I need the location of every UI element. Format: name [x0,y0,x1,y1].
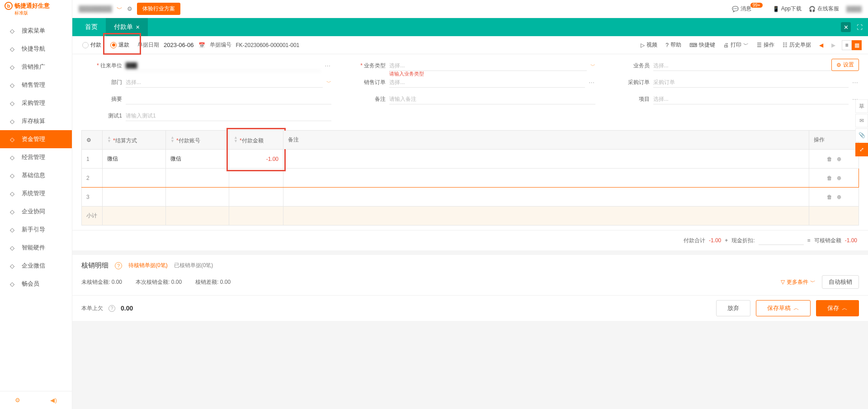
delete-row-icon[interactable]: 🗑 [827,194,832,200]
discard-button[interactable]: 放弃 [716,300,750,316]
tab-home[interactable]: 首页 [77,18,106,36]
sidebar-item-system[interactable]: ◇系统管理 [0,184,72,202]
cell-account[interactable] [166,188,229,207]
col-remark[interactable]: 备注 [283,131,809,150]
radio-refund[interactable]: 退款 [107,39,133,51]
cell-settle[interactable] [103,188,166,207]
rail-inbox[interactable]: ✉ [855,114,868,127]
print-button[interactable]: 🖨打印﹀ [722,41,750,49]
table-row[interactable]: 2🗑⊕ [82,169,859,188]
sidebar-item-guide[interactable]: ◇新手引导 [0,221,72,239]
summary-input[interactable] [126,94,331,104]
cell-remark[interactable] [283,150,809,169]
settings-icon[interactable]: ⚙ [15,397,20,404]
fullscreen-icon[interactable]: ⛶ [854,22,864,32]
sidebar-item-wechat[interactable]: ◇企业微信 [0,257,72,275]
sidebar-item-collab[interactable]: ◇企业协同 [0,202,72,221]
sidebar-item-tag[interactable]: ◇销售管理 [0,76,72,94]
sidebar-item-warehouse[interactable]: ◇库存核算 [0,112,72,130]
org-name-blurred: ████████ [79,5,112,12]
delete-row-icon[interactable]: 🗑 [827,156,832,162]
help-icon[interactable]: ? [115,262,122,269]
cell-amount[interactable] [229,188,283,207]
cell-settle[interactable] [103,169,166,188]
project-input[interactable] [653,94,849,104]
org-dropdown-caret[interactable]: ﹀ [117,5,123,13]
purchaseorder-input[interactable] [653,77,849,88]
cell-settle[interactable]: 微信 [103,150,166,169]
dept-input[interactable] [126,77,323,88]
chevron-down-icon[interactable]: ﹀ [326,79,331,86]
view-form[interactable]: ▦ [852,40,862,50]
cell-amount[interactable]: -1.00 [229,150,283,169]
auto-writeoff-button[interactable]: 自动核销 [822,275,859,289]
save-draft-button[interactable]: 保存草稿︿ [756,300,811,316]
sidebar-item-search[interactable]: ◇搜索菜单 [0,22,72,40]
writeoff-tab-pending[interactable]: 待核销单据(0笔) [128,262,168,269]
save-button[interactable]: 保存︿ [816,300,859,316]
add-row-icon[interactable]: ⊕ [837,175,841,181]
col-account[interactable]: ▲▼*付款账号 [166,131,229,150]
test1-input[interactable] [126,111,331,121]
messages-link[interactable]: 💬消息99+ [732,5,765,13]
partner-input[interactable] [126,61,321,71]
sidebar-item-database[interactable]: ◇基础信息 [0,166,72,184]
col-config[interactable]: ⚙ [82,131,103,150]
rail-draft[interactable]: 草 [855,99,868,113]
more-conditions-link[interactable]: ▽更多条件﹀ [781,278,816,286]
more-icon[interactable]: ⋯ [852,79,859,86]
add-row-icon[interactable]: ⊕ [837,194,841,200]
collapse-icon[interactable]: ◀) [50,397,57,404]
sidebar-item-home[interactable]: ◇快捷导航 [0,40,72,58]
history-button[interactable]: ☷历史单据 [781,41,813,49]
cart-icon: ◇ [8,99,16,107]
operate-button[interactable]: ☰操作 [755,41,776,49]
shortcut-button[interactable]: ⌨快捷键 [688,41,717,49]
help-button[interactable]: ?帮助 [664,41,683,49]
tab-close-icon[interactable]: ✕ [136,24,140,30]
col-amount[interactable]: ▲▼*付款金额 [229,131,283,150]
tab-close-all[interactable]: ✕ [841,22,851,32]
chevron-down-icon[interactable]: ﹀ [590,62,595,69]
sidebar-item-megaphone[interactable]: ◇营销推广 [0,58,72,76]
sidebar-item-hardware[interactable]: ◇智能硬件 [0,239,72,257]
table-row[interactable]: 1微信微信-1.00🗑⊕ [82,150,859,169]
col-settle[interactable]: ▲▼*结算方式 [103,131,166,150]
delete-row-icon[interactable]: 🗑 [827,175,832,181]
more-icon[interactable]: ⋯ [325,62,331,69]
biztype-input[interactable] [389,61,586,71]
view-list[interactable]: ≡ [842,40,852,50]
sidebar-item-report[interactable]: ◇经营管理 [0,148,72,166]
tab-payment-order[interactable]: 付款单✕ [106,18,148,36]
next-record-arrow[interactable]: ▶ [830,42,837,48]
cell-account[interactable] [166,169,229,188]
help-icon[interactable]: ? [108,305,115,312]
rail-expand[interactable]: ⤢ [855,143,868,156]
discount-input[interactable] [759,236,804,245]
rail-attach[interactable]: 📎 [855,128,868,142]
remark-input[interactable] [389,94,595,104]
cell-remark[interactable] [283,188,809,207]
sidebar-item-money[interactable]: ◇资金管理 [0,130,72,148]
experience-plan-button[interactable]: 体验行业方案 [137,3,180,15]
salesorder-input[interactable] [389,77,585,88]
radio-payment[interactable]: 付款 [79,39,105,51]
org-settings-icon[interactable]: ⚙ [127,5,132,12]
app-download-link[interactable]: 📱App下载 [773,5,802,13]
more-icon[interactable]: ⋯ [589,79,595,86]
add-row-icon[interactable]: ⊕ [837,156,841,162]
video-button[interactable]: ▷视频 [639,41,659,49]
cell-remark[interactable] [283,169,809,188]
cell-account[interactable]: 微信 [166,150,229,169]
table-row[interactable]: 3🗑⊕ [82,188,859,207]
prev-record-arrow[interactable]: ◀ [817,42,825,48]
sidebar-item-cart[interactable]: ◇采购管理 [0,94,72,112]
salesman-input[interactable] [653,61,849,71]
calendar-icon[interactable]: 📅 [198,42,205,48]
customer-service-link[interactable]: 🎧在线客服 [809,5,839,13]
sidebar-item-member[interactable]: ◇畅会员 [0,275,72,293]
writeoff-tab-done[interactable]: 已核销单据(0笔) [174,262,213,269]
date-value[interactable]: 2023-06-06 [164,42,194,48]
form-settings-button[interactable]: ⚙设置 [831,59,859,71]
cell-amount[interactable] [229,169,283,188]
